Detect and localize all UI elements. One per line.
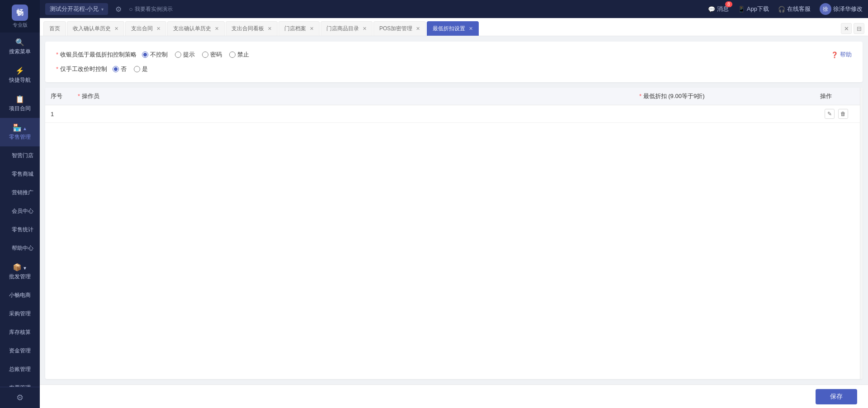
download-icon: 📱 xyxy=(738,6,745,13)
tab-income[interactable]: 收入确认单历史 ✕ xyxy=(67,21,124,36)
col-header-discount: 最低折扣 (9.00等于9折) xyxy=(634,88,815,105)
logo-text: 专业版 xyxy=(13,22,28,28)
radio-yes-input[interactable] xyxy=(134,66,140,72)
message-badge: 8 xyxy=(725,1,732,7)
sidebar-item-purchase-label: 采购管理 xyxy=(9,310,31,318)
topbar: 测试分开花程-小兄 ▾ ⚙ ○ 我要看实例演示 💬 消息 8 📱 App下载 🎧… xyxy=(40,0,868,18)
tab-home[interactable]: 首页 xyxy=(43,21,66,36)
sidebar-item-project[interactable]: 📋 项目合同 xyxy=(0,89,40,118)
retail-arrow: ▲ xyxy=(23,126,27,131)
tab-close-all-button[interactable]: ✕ xyxy=(841,23,852,34)
demo-text: 我要看实例演示 xyxy=(135,5,173,13)
cell-seq-1: 1 xyxy=(45,105,72,123)
sidebar-logo: 畅 专业版 xyxy=(0,0,40,33)
sidebar-item-statistics[interactable]: 零售统计 xyxy=(0,220,40,239)
sidebar-item-wholesale-label: 批发管理 xyxy=(9,273,31,281)
topbar-settings-icon[interactable]: ⚙ xyxy=(115,5,122,14)
help-icon: ❓ xyxy=(831,52,838,58)
project-name: 测试分开花程-小兄 xyxy=(50,5,99,13)
tab-payment-close[interactable]: ✕ xyxy=(156,26,160,32)
radio-password-input[interactable] xyxy=(202,52,208,58)
policy-row: 收银员低于最低折扣控制策略 不控制 提示 密码 xyxy=(56,51,852,59)
save-button[interactable]: 保存 xyxy=(816,389,857,404)
tabbar: 首页 收入确认单历史 ✕ 支出合同 ✕ 支出确认单历史 ✕ 支出合同看板 ✕ 门… xyxy=(40,18,868,36)
col-header-seq: 序号 xyxy=(45,88,72,105)
sidebar-item-ecommerce-label: 小畅电商 xyxy=(9,291,31,299)
sidebar-item-smartstore[interactable]: 智营门店 xyxy=(0,146,40,165)
sidebar-item-help[interactable]: 帮助中心 xyxy=(0,239,40,258)
sidebar-item-onlineshop-label: 零售商城 xyxy=(12,170,33,178)
tab-store[interactable]: 门店档案 ✕ xyxy=(278,21,320,36)
radio-hint[interactable]: 提示 xyxy=(175,51,195,59)
radio-no-input[interactable] xyxy=(113,66,119,72)
project-icon: 📋 xyxy=(15,95,24,103)
sidebar-nav: 🔍 搜索菜单 ⚡ 快捷导航 📋 项目合同 🏪 ▲ 零售管理 智营门店 零售商城 … xyxy=(0,33,40,387)
sidebar-item-finance[interactable]: 资金管理 xyxy=(0,342,40,360)
radio-no[interactable]: 否 xyxy=(113,65,127,73)
tab-goods-close[interactable]: ✕ xyxy=(363,26,367,32)
save-bar: 保存 xyxy=(40,385,868,408)
tabbar-controls: ✕ ⊟ xyxy=(841,23,864,36)
tab-discount[interactable]: 最低折扣设置 ✕ xyxy=(427,21,479,36)
row-delete-button[interactable]: 🗑 xyxy=(838,109,848,119)
manual-label: 仅手工改价时控制 xyxy=(56,65,107,73)
sidebar-item-ledger[interactable]: 总账管理 xyxy=(0,360,40,379)
page-content: 收银员低于最低折扣控制策略 不控制 提示 密码 xyxy=(40,36,868,385)
tab-payconfirm[interactable]: 支出确认单历史 ✕ xyxy=(167,21,225,36)
sidebar-item-finance-label: 资金管理 xyxy=(9,347,31,355)
radio-forbid[interactable]: 禁止 xyxy=(229,51,249,59)
col-header-operator: 操作员 xyxy=(72,88,634,105)
radio-yes[interactable]: 是 xyxy=(134,65,148,73)
sidebar-item-wholesale[interactable]: 📦 ▼ 批发管理 xyxy=(0,258,40,286)
table-card: 序号 操作员 最低折扣 (9.00等于9折) 操作 xyxy=(45,88,863,379)
tab-discount-close[interactable]: ✕ xyxy=(469,26,473,32)
sidebar-item-quicknav[interactable]: ⚡ 快捷导航 xyxy=(0,61,40,89)
tab-income-close[interactable]: ✕ xyxy=(114,26,118,32)
row-edit-button[interactable]: ✎ xyxy=(825,109,835,119)
wholesale-arrow: ▼ xyxy=(23,266,27,271)
message-button[interactable]: 💬 消息 8 xyxy=(708,5,729,13)
table-row: 1 ✎ 🗑 xyxy=(45,105,860,123)
radio-password[interactable]: 密码 xyxy=(202,51,222,59)
main-area: 测试分开花程-小兄 ▾ ⚙ ○ 我要看实例演示 💬 消息 8 📱 App下载 🎧… xyxy=(40,0,868,408)
sidebar-item-member[interactable]: 会员中心 xyxy=(0,202,40,220)
sidebar-item-search[interactable]: 🔍 搜索菜单 xyxy=(0,33,40,61)
tab-menu-button[interactable]: ⊟ xyxy=(854,23,864,34)
topbar-right: 💬 消息 8 📱 App下载 🎧 在线客服 徐 徐泽华修改 xyxy=(708,3,863,15)
settings-icon[interactable]: ⚙ xyxy=(16,393,24,403)
radio-forbid-input[interactable] xyxy=(229,52,236,58)
table-scrollbar[interactable] xyxy=(860,88,863,379)
tab-pos-close[interactable]: ✕ xyxy=(416,26,420,32)
tab-goods[interactable]: 门店商品目录 ✕ xyxy=(321,21,373,36)
tab-pos[interactable]: POS加密管理 ✕ xyxy=(373,21,426,36)
tab-payview-close[interactable]: ✕ xyxy=(268,26,272,32)
form-card: 收银员低于最低折扣控制策略 不控制 提示 密码 xyxy=(45,42,863,82)
tab-store-close[interactable]: ✕ xyxy=(310,26,314,32)
sidebar-item-inventory[interactable]: 库存核算 xyxy=(0,323,40,342)
tab-payconfirm-close[interactable]: ✕ xyxy=(215,26,219,32)
topbar-demo[interactable]: ○ 我要看实例演示 xyxy=(129,5,172,13)
user-profile-button[interactable]: 徐 徐泽华修改 xyxy=(820,3,863,15)
sidebar-item-purchase[interactable]: 采购管理 xyxy=(0,305,40,323)
retail-icon: 🏪 xyxy=(13,123,22,132)
sidebar-item-inventory-label: 库存核算 xyxy=(9,328,31,336)
app-download-button[interactable]: 📱 App下载 xyxy=(738,5,769,13)
wholesale-icon: 📦 xyxy=(13,263,22,272)
customer-service-button[interactable]: 🎧 在线客服 xyxy=(778,5,811,13)
tab-payview[interactable]: 支出合同看板 ✕ xyxy=(226,21,278,36)
sidebar-item-ecommerce[interactable]: 小畅电商 xyxy=(0,286,40,305)
help-link[interactable]: ❓ 帮助 xyxy=(831,51,852,59)
quicknav-icon: ⚡ xyxy=(15,66,24,75)
radio-hint-input[interactable] xyxy=(175,52,181,58)
sidebar-item-retail[interactable]: 🏪 ▲ 零售管理 xyxy=(0,118,40,146)
radio-no-control-input[interactable] xyxy=(142,52,148,58)
table-header: 序号 操作员 最低折扣 (9.00等于9折) 操作 xyxy=(45,88,860,105)
sidebar-item-invoice[interactable]: 发票管理 xyxy=(0,379,40,387)
radio-no-control[interactable]: 不控制 xyxy=(142,51,168,59)
table-body: 1 ✎ 🗑 xyxy=(45,105,860,123)
cell-discount-1 xyxy=(634,105,815,123)
project-selector[interactable]: 测试分开花程-小兄 ▾ xyxy=(45,3,108,15)
sidebar-item-marketing[interactable]: 营销推广 xyxy=(0,183,40,202)
tab-payment[interactable]: 支出合同 ✕ xyxy=(125,21,166,36)
sidebar-item-onlineshop[interactable]: 零售商城 xyxy=(0,165,40,183)
